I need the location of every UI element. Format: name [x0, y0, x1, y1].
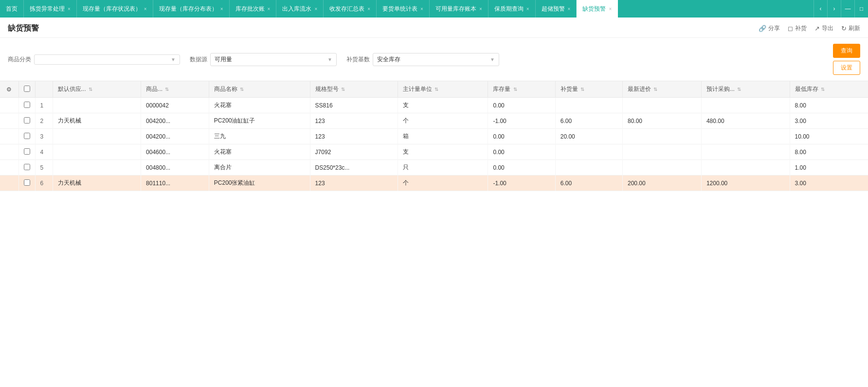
col-header-supplier[interactable]: 默认供应... ⇅ [53, 81, 141, 98]
col-header-goods-code[interactable]: 商品... ⇅ [141, 81, 209, 98]
col-header-check[interactable] [18, 81, 35, 98]
goods-code-sort-icon: ⇅ [165, 87, 169, 92]
row-checkbox-3[interactable] [24, 148, 30, 155]
tab-batch-account-close[interactable]: × [268, 6, 271, 12]
row-replenish-1: 6.00 [555, 113, 622, 129]
row-check-0[interactable] [18, 98, 35, 113]
tab-overstock[interactable]: 超储预警 × [536, 0, 577, 18]
category-label: 商品分类 [8, 55, 31, 64]
settings-button[interactable]: 设置 [833, 61, 860, 75]
col-header-est-purchase[interactable]: 预计采购... ⇅ [701, 81, 790, 98]
replenish-base-label: 补货基数 [346, 55, 370, 64]
query-button[interactable]: 查询 [833, 44, 860, 58]
row-min-stock-2: 10.00 [790, 129, 868, 144]
tab-order-stats[interactable]: 要货单统计表 × [377, 0, 430, 18]
row-num-5: 6 [35, 176, 53, 191]
category-filter: 商品分类 ▼ [8, 54, 180, 65]
tab-inventory-dist-close[interactable]: × [220, 6, 223, 12]
row-settings-3 [0, 144, 18, 160]
tab-available-ledger[interactable]: 可用量库存账本 × [430, 0, 488, 18]
row-replenish-3 [555, 144, 622, 160]
tab-maximize[interactable]: □ [854, 0, 868, 18]
table-body: 1 0000042 火花塞 SS816 支 0.00 8.00 2 力天机械 0… [0, 98, 868, 191]
row-check-5[interactable] [18, 176, 35, 191]
tab-stockout[interactable]: 缺货预警 × [577, 0, 618, 18]
tab-expiry-query-close[interactable]: × [526, 6, 529, 12]
row-spec-3: J7092 [310, 144, 398, 160]
goods-name-sort-icon: ⇅ [240, 87, 244, 92]
tab-available-ledger-close[interactable]: × [479, 6, 482, 12]
share-icon: 🔗 [759, 25, 766, 32]
row-min-stock-4: 1.00 [790, 160, 868, 176]
tab-exception[interactable]: 拣货异常处理 × [24, 0, 77, 18]
row-supplier-2 [53, 129, 141, 144]
row-latest-price-5: 200.00 [623, 176, 702, 191]
row-checkbox-2[interactable] [24, 133, 30, 139]
tab-inventory-status[interactable]: 现存量（库存状况表） × [77, 0, 153, 18]
row-latest-price-0 [623, 98, 702, 113]
tab-stockout-close[interactable]: × [609, 6, 612, 12]
tab-receive-summary-close[interactable]: × [367, 6, 370, 12]
row-check-4[interactable] [18, 160, 35, 176]
col-header-goods-name[interactable]: 商品名称 ⇅ [209, 81, 310, 98]
replenish-button[interactable]: ◻ 补货 [788, 24, 807, 33]
tab-overstock-close[interactable]: × [568, 6, 571, 12]
row-min-stock-1: 3.00 [790, 113, 868, 129]
tab-receive-summary[interactable]: 收发存汇总表 × [324, 0, 377, 18]
col-header-spec[interactable]: 规格型号 ⇅ [310, 81, 398, 98]
row-check-1[interactable] [18, 113, 35, 129]
tab-batch-account[interactable]: 库存批次账 × [230, 0, 277, 18]
row-goods-name-2: 三九 [209, 129, 310, 144]
table-row: 2 力天机械 004200... PC200油缸缸子 123 个 -1.00 6… [0, 113, 868, 129]
tab-scroll-left[interactable]: ‹ [814, 0, 827, 18]
tab-order-stats-close[interactable]: × [420, 6, 423, 12]
tab-home[interactable]: 首页 [0, 0, 24, 18]
row-min-stock-3: 8.00 [790, 144, 868, 160]
replenish-base-select[interactable]: 安全库存 ▼ [373, 53, 499, 66]
tab-in-out-flow[interactable]: 出入库流水 × [276, 0, 324, 18]
share-button[interactable]: 🔗 分享 [759, 24, 780, 33]
select-all-checkbox[interactable] [24, 86, 30, 92]
row-check-2[interactable] [18, 129, 35, 144]
row-latest-price-1: 80.00 [623, 113, 702, 129]
row-checkbox-0[interactable] [24, 102, 30, 108]
replenish-base-filter: 补货基数 安全库存 ▼ [346, 53, 499, 66]
row-spec-1: 123 [310, 113, 398, 129]
col-header-stock[interactable]: 库存量 ⇅ [488, 81, 555, 98]
spec-sort-icon: ⇅ [341, 87, 345, 92]
row-checkbox-4[interactable] [24, 164, 30, 170]
row-checkbox-1[interactable] [24, 117, 30, 123]
row-latest-price-4 [623, 160, 702, 176]
tab-inventory-status-close[interactable]: × [144, 6, 147, 12]
row-goods-code-0: 0000042 [141, 98, 209, 113]
tab-exception-close[interactable]: × [68, 6, 71, 12]
refresh-button[interactable]: ↻ 刷新 [841, 24, 860, 33]
row-stock-1: -1.00 [488, 113, 555, 129]
tab-minimize[interactable]: — [841, 0, 854, 18]
row-est-purchase-4 [701, 160, 790, 176]
datasource-select[interactable]: 可用量 ▼ [210, 53, 337, 66]
row-stock-0: 0.00 [488, 98, 555, 113]
export-icon: ↗ [814, 25, 820, 32]
col-header-latest-price[interactable]: 最新进价 ⇅ [623, 81, 702, 98]
page-content: 缺货预警 🔗 分享 ◻ 补货 ↗ 导出 ↻ 刷新 商品分类 [0, 18, 868, 387]
col-header-min-stock[interactable]: 最低库存 ⇅ [790, 81, 868, 98]
row-latest-price-3 [623, 144, 702, 160]
tab-inventory-dist[interactable]: 现存量（库存分布表） × [153, 0, 230, 18]
row-latest-price-2 [623, 129, 702, 144]
stock-sort-icon: ⇅ [513, 87, 517, 92]
row-num-3: 4 [35, 144, 53, 160]
col-header-settings[interactable]: ⚙ [0, 81, 18, 98]
row-check-3[interactable] [18, 144, 35, 160]
category-select[interactable]: ▼ [34, 54, 180, 65]
tab-expiry-query[interactable]: 保质期查询 × [488, 0, 536, 18]
col-header-replenish[interactable]: 补货量 ⇅ [555, 81, 622, 98]
tab-scroll-right[interactable]: › [827, 0, 841, 18]
page-header: 缺货预警 🔗 分享 ◻ 补货 ↗ 导出 ↻ 刷新 [0, 18, 868, 38]
export-button[interactable]: ↗ 导出 [814, 24, 833, 33]
row-unit-0: 支 [398, 98, 488, 113]
col-header-unit[interactable]: 主计量单位 ⇅ [398, 81, 488, 98]
tab-in-out-flow-close[interactable]: × [314, 6, 317, 12]
row-checkbox-5[interactable] [24, 179, 30, 186]
gear-icon: ⚙ [6, 86, 12, 93]
